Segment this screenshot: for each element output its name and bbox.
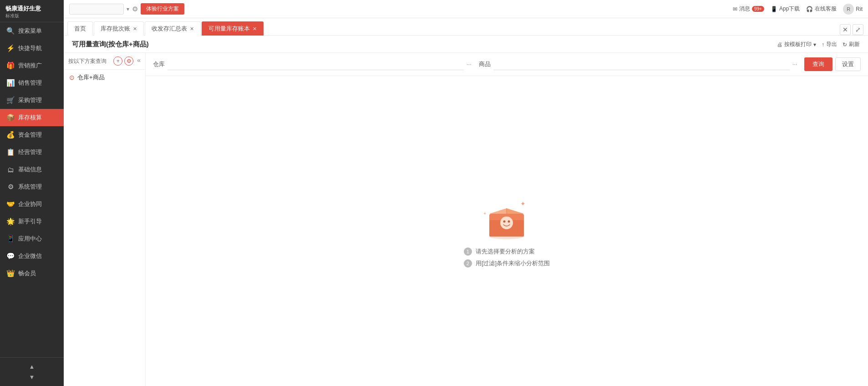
- sidebar-item-sales[interactable]: 📊 销售管理: [0, 74, 64, 92]
- query-actions: 查询 设置: [804, 57, 861, 71]
- tip-2: 2 用[过滤]条件来缩小分析范围: [464, 259, 550, 268]
- query-button[interactable]: 查询: [804, 57, 832, 71]
- export-button[interactable]: ↑ 导出: [822, 41, 837, 48]
- left-panel: 按以下方案查询 + ⚙ « ⊙ 仓库+商品: [64, 53, 146, 386]
- app-download-label: App下载: [779, 5, 800, 13]
- print-icon: 🖨: [777, 41, 782, 48]
- user-avatar: R: [843, 4, 854, 15]
- sidebar-item-search[interactable]: 🔍 搜索菜单: [0, 22, 64, 40]
- goods-more-button[interactable]: ···: [792, 61, 797, 67]
- message-icon: ✉: [733, 6, 737, 12]
- content-area: 按以下方案查询 + ⚙ « ⊙ 仓库+商品 仓库 ···: [64, 53, 868, 386]
- tab-home[interactable]: 首页: [67, 21, 93, 36]
- query-bar: 仓库 ··· 商品 ··· 查询 设置: [146, 53, 868, 76]
- message-item[interactable]: ✉ 消息 99+: [733, 5, 764, 13]
- app-name: 畅康通好生意: [5, 5, 58, 13]
- page-header: 可用量查询(按仓库+商品) 🖨 按模板打印 ▾ ↑ 导出 ↻ 刷新: [64, 36, 868, 53]
- search-icon: 🔍: [6, 27, 15, 35]
- tab-available-close[interactable]: ✕: [253, 26, 257, 32]
- tab-available[interactable]: 可用量库存账本 ✕: [202, 21, 264, 36]
- settings-button[interactable]: 设置: [835, 57, 861, 71]
- sidebar-item-wechat[interactable]: 💬 企业微信: [0, 247, 64, 265]
- goods-input[interactable]: [493, 58, 790, 70]
- sidebar-item-member[interactable]: 👑 畅会员: [0, 265, 64, 282]
- collapse-panel-button[interactable]: «: [137, 57, 141, 66]
- tab-maximize-button[interactable]: ⤢: [853, 24, 863, 35]
- sidebar-item-system[interactable]: ⚙ 系统管理: [0, 178, 64, 196]
- app-download-item[interactable]: 📱 App下载: [771, 5, 800, 13]
- dropdown-icon[interactable]: ▾: [127, 6, 129, 12]
- top-bar: ▾ ⚙ 体验行业方案 ✉ 消息 99+ 📱 App下载 🎧 在线客服 R Rit: [64, 0, 868, 18]
- refresh-button[interactable]: ↻ 刷新: [843, 41, 860, 48]
- message-label: 消息: [739, 5, 750, 13]
- tab-summary[interactable]: 收发存汇总表 ✕: [145, 21, 201, 36]
- finance-icon: 💰: [6, 131, 15, 139]
- sidebar-item-shortcuts[interactable]: ⚡ 快捷导航: [0, 40, 64, 57]
- breadcrumb-input[interactable]: [69, 4, 124, 15]
- operations-icon: 📋: [6, 148, 15, 156]
- warehouse-more-button[interactable]: ···: [467, 61, 471, 67]
- sidebar-item-purchase[interactable]: 🛒 采购管理: [0, 92, 64, 109]
- top-bar-right: ✉ 消息 99+ 📱 App下载 🎧 在线客服 R Rit: [733, 4, 863, 15]
- tab-batch[interactable]: 库存批次账 ✕: [94, 21, 144, 36]
- scheme-icon: ⊙: [69, 74, 75, 81]
- svg-point-6: [500, 216, 513, 229]
- sidebar-item-inventory[interactable]: 📦 库存核算: [0, 109, 64, 126]
- left-panel-title: 按以下方案查询: [68, 57, 107, 65]
- sidebar-item-operations[interactable]: 📋 经营管理: [0, 144, 64, 161]
- message-badge: 99+: [752, 6, 764, 12]
- online-service-label: 在线客服: [815, 5, 837, 13]
- wechat-icon: 💬: [6, 252, 15, 260]
- page-actions: 🖨 按模板打印 ▾ ↑ 导出 ↻ 刷新: [777, 41, 860, 48]
- empty-content: ✦ ✦ 1 请先选择要分析的方案 2 用[过滤]条件来缩小分析范围: [464, 195, 550, 268]
- sidebar: 畅康通好生意 标准版 🔍 搜索菜单 ⚡ 快捷导航 🎁 营销推广 📊 销售管理 🛒…: [0, 0, 64, 386]
- sidebar-item-guide[interactable]: 🌟 新手引导: [0, 213, 64, 230]
- headset-icon: 🎧: [806, 6, 813, 12]
- print-dropdown-icon[interactable]: ▾: [813, 41, 816, 48]
- guide-icon: 🌟: [6, 217, 15, 226]
- marketing-icon: 🎁: [6, 62, 15, 70]
- top-bar-left: ▾ ⚙ 体验行业方案: [69, 3, 184, 15]
- warehouse-input[interactable]: [168, 58, 464, 70]
- tab-close-button[interactable]: ✕: [840, 24, 851, 35]
- empty-tips: 1 请先选择要分析的方案 2 用[过滤]条件来缩小分析范围: [464, 247, 550, 268]
- user-name: Rit: [856, 6, 863, 12]
- empty-state: ✦ ✦ 1 请先选择要分析的方案 2 用[过滤]条件来缩小分析范围: [146, 76, 868, 386]
- sidebar-item-basic[interactable]: 🗂 基础信息: [0, 161, 64, 178]
- svg-point-8: [508, 221, 510, 223]
- sidebar-item-enterprise[interactable]: 🤝 企业协同: [0, 196, 64, 213]
- svg-text:✦: ✦: [483, 211, 487, 216]
- basic-icon: 🗂: [6, 166, 15, 174]
- industry-button[interactable]: 体验行业方案: [141, 3, 184, 15]
- online-service-item[interactable]: 🎧 在线客服: [806, 5, 837, 13]
- appstore-icon: 📱: [6, 235, 15, 243]
- sidebar-item-marketing[interactable]: 🎁 营销推广: [0, 57, 64, 74]
- tab-batch-close[interactable]: ✕: [133, 26, 137, 32]
- scheme-warehouse-goods[interactable]: ⊙ 仓库+商品: [64, 70, 145, 85]
- tip-2-number: 2: [464, 259, 472, 268]
- user-info[interactable]: R Rit: [843, 4, 863, 15]
- system-icon: ⚙: [6, 183, 15, 191]
- left-panel-icons: + ⚙ «: [113, 57, 141, 66]
- scheme-settings-button[interactable]: ⚙: [124, 57, 133, 66]
- sidebar-bottom: ▲ ▼: [0, 357, 64, 386]
- sidebar-scroll-up[interactable]: ▲: [0, 361, 64, 372]
- sidebar-scroll-down[interactable]: ▼: [0, 372, 64, 382]
- gear-icon[interactable]: ⚙: [132, 5, 138, 13]
- main-panel: 仓库 ··· 商品 ··· 查询 设置: [146, 53, 868, 386]
- member-icon: 👑: [6, 269, 15, 278]
- tip-1: 1 请先选择要分析的方案: [464, 247, 550, 256]
- goods-label: 商品: [479, 60, 491, 68]
- tab-summary-close[interactable]: ✕: [190, 26, 194, 32]
- svg-point-7: [503, 221, 506, 223]
- goods-field: 商品 ···: [479, 58, 797, 70]
- tip-1-number: 1: [464, 247, 472, 256]
- svg-text:✦: ✦: [520, 200, 526, 207]
- sidebar-item-finance[interactable]: 💰 资金管理: [0, 126, 64, 144]
- print-button[interactable]: 🖨 按模板打印 ▾: [777, 41, 816, 48]
- export-icon: ↑: [822, 41, 824, 48]
- add-scheme-button[interactable]: +: [113, 57, 122, 66]
- tip-2-text: 用[过滤]条件来缩小分析范围: [476, 259, 550, 268]
- sidebar-item-appstore[interactable]: 📱 应用中心: [0, 230, 64, 247]
- empty-illustration: ✦ ✦: [479, 195, 534, 240]
